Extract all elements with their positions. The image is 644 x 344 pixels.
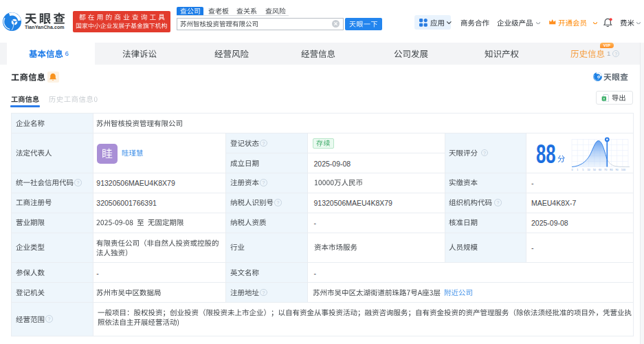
- svg-text:90: 90: [615, 169, 618, 171]
- svg-text:5: 5: [582, 169, 584, 171]
- svg-text:60: 60: [599, 169, 601, 171]
- svg-text:50: 50: [593, 169, 596, 171]
- svg-text:70: 70: [604, 169, 607, 171]
- svg-text:80: 80: [610, 169, 612, 171]
- svg-text:0: 0: [571, 169, 573, 171]
- svg-text:1: 1: [577, 169, 578, 171]
- svg-text:10: 10: [587, 169, 590, 171]
- svg-text:100: 100: [621, 169, 625, 171]
